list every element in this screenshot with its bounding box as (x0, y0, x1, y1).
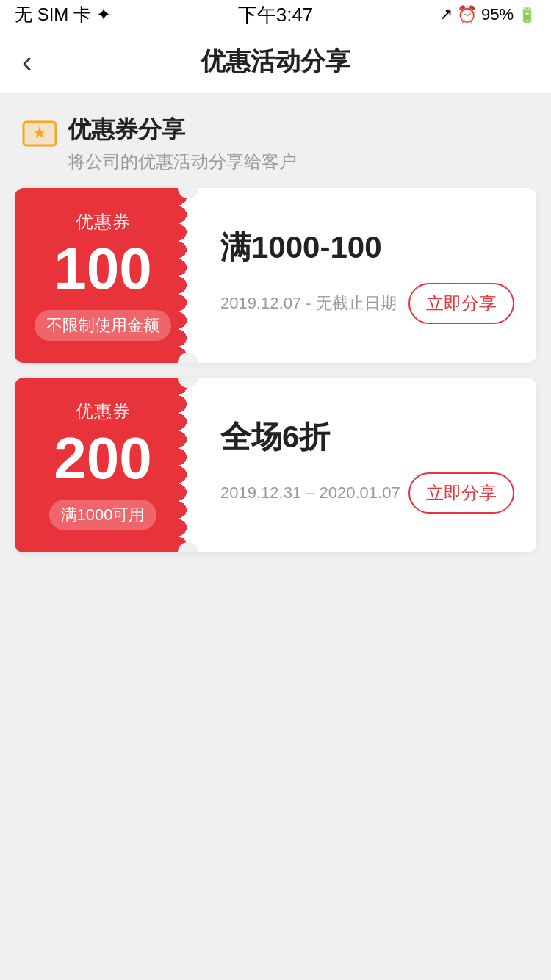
svg-text:★: ★ (32, 123, 47, 142)
coupon-right-2: 全场6折 2019.12.31 – 2020.01.07 立即分享 (191, 378, 536, 552)
alarm-icon: ⏰ (457, 5, 477, 24)
coupon-left-1: 优惠券 100 不限制使用金额 (15, 188, 191, 363)
status-bar: 无 SIM 卡 ✦ 下午3:47 ↗ ⏰ 95% 🔋 (0, 0, 551, 29)
coupon-amount-2: 200 (54, 429, 151, 488)
battery-text: 95% (481, 5, 514, 24)
status-right: ↗ ⏰ 95% 🔋 (439, 5, 536, 24)
battery-icon: 🔋 (518, 6, 536, 24)
coupon-share-icon: ★ (22, 116, 57, 151)
nav-bar: ‹ 优惠活动分享 (0, 29, 551, 94)
coupon-date-1: 2019.12.07 - 无截止日期 (220, 292, 401, 314)
section-text: 优惠券分享 将公司的优惠活动分享给客户 (68, 115, 297, 173)
coupon-amount-1: 100 (54, 239, 151, 298)
coupon-meta-2: 2019.12.31 – 2020.01.07 立即分享 (220, 472, 514, 514)
coupon-left-2: 优惠券 200 满1000可用 (15, 378, 191, 552)
coupon-right-1: 满1000-100 2019.12.07 - 无截止日期 立即分享 (191, 188, 536, 363)
section-subtitle: 将公司的优惠活动分享给客户 (68, 150, 297, 173)
coupon-label-1: 优惠券 (76, 210, 131, 234)
coupon-list: 优惠券 100 不限制使用金额 满1000-100 2019.12.07 - 无… (0, 188, 551, 589)
share-button-1[interactable]: 立即分享 (408, 283, 514, 324)
coupon-title-2: 全场6折 (220, 417, 514, 458)
status-left: 无 SIM 卡 ✦ (15, 3, 111, 26)
coupon-card: 优惠券 100 不限制使用金额 满1000-100 2019.12.07 - 无… (15, 188, 536, 363)
coupon-title-1: 满1000-100 (220, 227, 514, 268)
section-title: 优惠券分享 (68, 115, 297, 145)
coupon-label-2: 优惠券 (76, 400, 131, 423)
location-icon: ↗ (439, 5, 453, 24)
coupon-condition-1: 不限制使用金额 (35, 310, 171, 341)
coupon-condition-2: 满1000可用 (49, 500, 157, 530)
coupon-date-2: 2019.12.31 – 2020.01.07 (220, 483, 401, 502)
empty-area (0, 589, 551, 980)
sim-status: 无 SIM 卡 ✦ (15, 3, 111, 26)
back-button[interactable]: ‹ (22, 47, 32, 76)
coupon-meta-1: 2019.12.07 - 无截止日期 立即分享 (220, 283, 514, 324)
status-time: 下午3:47 (238, 2, 314, 28)
coupon-card-2: 优惠券 200 满1000可用 全场6折 2019.12.31 – 2020.0… (15, 378, 536, 552)
share-button-2[interactable]: 立即分享 (408, 472, 514, 514)
section-header: ★ 优惠券分享 将公司的优惠活动分享给客户 (0, 94, 551, 188)
page-title: 优惠活动分享 (201, 45, 350, 79)
